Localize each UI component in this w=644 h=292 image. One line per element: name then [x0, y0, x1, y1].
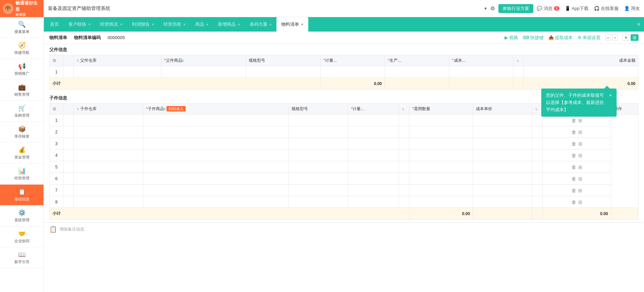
child-row-5-warehouse[interactable]: [63, 161, 74, 173]
child-row-8-unit[interactable]: [289, 196, 348, 208]
prev-record-button[interactable]: ‹: [605, 34, 611, 41]
sidebar-item-search[interactable]: 🔍 搜索菜单: [0, 17, 44, 38]
child-row-1-product[interactable]: [74, 115, 143, 126]
view-action[interactable]: ▶ 视频: [505, 35, 518, 41]
child-row-5-unit-cost[interactable]: [409, 161, 473, 173]
tab-customer[interactable]: 客户联络 ×: [64, 17, 95, 32]
child-row-1-spec[interactable]: [143, 115, 288, 126]
child-row-1-unit-cost[interactable]: [409, 115, 473, 126]
child-row-7-unit[interactable]: [289, 185, 348, 196]
sidebar-item-sales[interactable]: 💼 销售管理: [0, 80, 44, 101]
child-row-7-warehouse[interactable]: [63, 185, 74, 196]
tab-profit-close[interactable]: ×: [152, 22, 154, 26]
child-row-5-unit[interactable]: [289, 161, 348, 173]
tab-new-product[interactable]: 新增商品 ×: [213, 17, 245, 32]
child-row-7-spec[interactable]: [143, 185, 288, 196]
child-row-5-spec[interactable]: [143, 161, 288, 173]
child-row-2-unit-cost[interactable]: [409, 126, 473, 138]
tooltip-close-button[interactable]: ×: [609, 92, 612, 99]
sidebar-item-guide[interactable]: 📖 新手引导: [0, 247, 44, 268]
user-menu-button[interactable]: 👤 用友: [624, 5, 640, 12]
tab-operation[interactable]: 经营情况 ×: [95, 17, 127, 32]
app-download-button[interactable]: 📱 App下载: [565, 5, 589, 12]
tab-profit[interactable]: 利润报告 ×: [127, 17, 159, 32]
child-row-4-copy-icon[interactable]: ⊞: [578, 153, 582, 158]
child-row-3-spec[interactable]: [143, 138, 288, 150]
tab-barcode[interactable]: 条码方案 ×: [245, 17, 276, 32]
child-row-2-product[interactable]: [74, 126, 143, 138]
parent-row-1-product[interactable]: [74, 66, 161, 78]
child-row-7-copy-icon[interactable]: ⊞: [578, 188, 582, 193]
sidebar-item-system[interactable]: ⚙️ 系统管理: [0, 206, 44, 226]
parent-row-1-cost[interactable]: [385, 66, 449, 78]
child-row-3-delete-icon[interactable]: 🗑: [571, 141, 576, 147]
tab-bom[interactable]: 物料清单 ×: [276, 17, 308, 32]
child-row-8-unit-cost[interactable]: [409, 196, 473, 208]
grid-view-button[interactable]: ⊞: [631, 34, 639, 41]
sidebar-item-management[interactable]: 📊 经营管理: [0, 164, 44, 185]
shortcut-action[interactable]: ⌨ 快捷键: [523, 35, 544, 41]
parent-row-1-spec[interactable]: [161, 66, 246, 78]
scan-badge[interactable]: 扫码录入: [166, 106, 186, 112]
child-row-4-spec[interactable]: [143, 150, 288, 161]
add-note-icon[interactable]: 📋: [49, 225, 57, 233]
child-row-6-product[interactable]: [74, 173, 143, 185]
child-row-3-unit-cost[interactable]: [409, 138, 473, 150]
child-row-7-product[interactable]: [74, 185, 143, 196]
child-row-2-qty[interactable]: [399, 126, 409, 138]
parent-row-1-warehouse[interactable]: [63, 66, 74, 78]
tab-history-close[interactable]: ×: [183, 22, 185, 26]
message-button[interactable]: 💬 消息 6: [537, 5, 559, 12]
child-row-3-warehouse[interactable]: [63, 138, 74, 150]
child-row-2-unit[interactable]: [289, 126, 348, 138]
child-row-8-delete-icon[interactable]: 🗑: [571, 199, 576, 205]
child-row-5-product[interactable]: [74, 161, 143, 173]
settings-gear-icon[interactable]: ⚙: [490, 5, 495, 12]
list-view-button[interactable]: ≡: [622, 34, 629, 41]
sidebar-item-purchase[interactable]: 🛒 采购管理: [0, 101, 44, 122]
parent-row-1-unit[interactable]: [246, 66, 321, 78]
child-row-2-spec[interactable]: [143, 126, 288, 138]
child-row-6-unit-cost[interactable]: [409, 173, 473, 185]
tab-customer-close[interactable]: ×: [88, 22, 90, 26]
child-row-8-spec[interactable]: [143, 196, 288, 208]
child-row-1-qty[interactable]: [399, 115, 409, 126]
child-row-7-qty[interactable]: [399, 185, 409, 196]
tab-new-product-close[interactable]: ×: [238, 22, 240, 26]
child-row-1-delete-icon[interactable]: 🗑: [571, 118, 576, 123]
child-col-gear[interactable]: ⚙: [50, 104, 63, 115]
child-row-7-delete-icon[interactable]: 🗑: [571, 188, 576, 193]
doc-settings-action[interactable]: ⚙ 单据设置: [578, 35, 600, 41]
sidebar-item-marketing[interactable]: 📢 营销推广: [0, 59, 44, 80]
child-row-2-warehouse[interactable]: [63, 126, 74, 138]
child-row-3-unit[interactable]: [289, 138, 348, 150]
sidebar-item-nav[interactable]: 🧭 快捷导航: [0, 38, 44, 59]
child-row-2-delete-icon[interactable]: 🗑: [571, 129, 576, 135]
child-row-8-qty[interactable]: [399, 196, 409, 208]
child-row-3-product[interactable]: [74, 138, 143, 150]
next-record-button[interactable]: ›: [612, 34, 618, 41]
tab-product-close[interactable]: ×: [206, 22, 208, 26]
child-row-7-unit-cost[interactable]: [409, 185, 473, 196]
online-service-button[interactable]: 🎧 在线客服: [594, 5, 619, 12]
child-row-4-delete-icon[interactable]: 🗑: [571, 153, 576, 158]
child-row-6-warehouse[interactable]: [63, 173, 74, 185]
child-row-1-copy-icon[interactable]: ⊞: [578, 118, 582, 123]
child-row-4-warehouse[interactable]: [63, 150, 74, 161]
child-row-1-unit[interactable]: [289, 115, 348, 126]
tab-home[interactable]: 首页: [45, 17, 64, 32]
child-row-5-delete-icon[interactable]: 🗑: [571, 164, 576, 170]
tab-product[interactable]: 商品 ×: [190, 17, 213, 32]
child-row-6-delete-icon[interactable]: 🗑: [571, 176, 576, 182]
sidebar-item-finance[interactable]: 💰 资金管理: [0, 143, 44, 164]
sidebar-item-inventory[interactable]: 📦 库存核算: [0, 122, 44, 143]
experience-button[interactable]: 体验行业方案: [498, 4, 533, 13]
tab-operation-close[interactable]: ×: [120, 22, 122, 26]
child-row-1-warehouse[interactable]: [63, 115, 74, 126]
child-row-6-spec[interactable]: [143, 173, 288, 185]
child-row-6-copy-icon[interactable]: ⊞: [578, 176, 582, 182]
tab-barcode-close[interactable]: ×: [270, 22, 272, 26]
child-row-5-qty[interactable]: [399, 161, 409, 173]
extract-cost-action[interactable]: 📥 提取成本: [548, 35, 573, 41]
parent-col-gear[interactable]: ⚙: [50, 55, 63, 66]
